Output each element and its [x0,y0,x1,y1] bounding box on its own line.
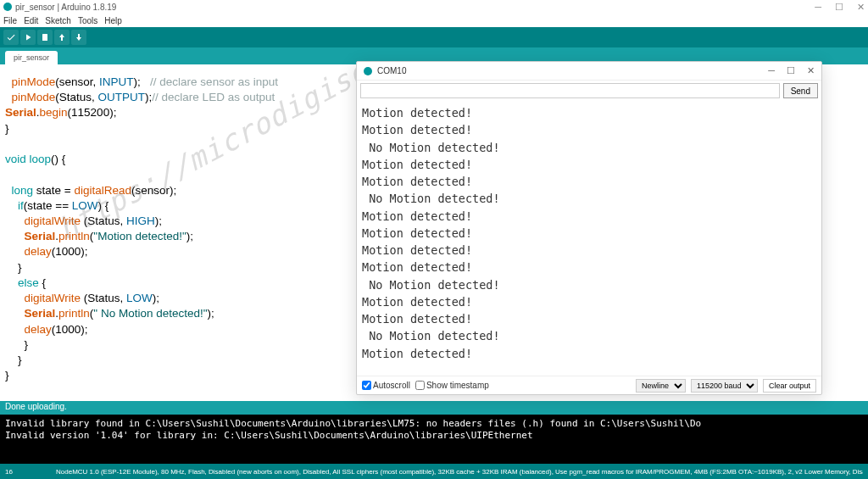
window-title: pir_sensor | Arduino 1.8.19 [15,3,815,12]
tab-label: pir_sensor [14,53,49,62]
serial-app-icon [364,67,372,75]
new-button[interactable] [37,30,53,45]
serial-close-icon[interactable]: ✕ [807,65,815,76]
serial-title: COM10 [377,66,768,75]
window-titlebar: pir_sensor | Arduino 1.8.19 ─ ☐ ✕ [0,0,868,14]
minimize-icon[interactable]: ─ [815,2,821,13]
open-button[interactable] [54,30,70,45]
autoscroll-text: Autoscroll [373,381,410,390]
menu-file[interactable]: File [2,16,19,25]
sketch-tab[interactable]: pir_sensor [5,51,58,64]
board-info: NodeMCU 1.0 (ESP-12E Module), 80 MHz, Fl… [56,468,863,476]
timestamp-checkbox[interactable] [415,381,425,390]
line-number: 16 [5,468,56,476]
save-button[interactable] [71,30,86,45]
serial-send-button[interactable]: Send [783,83,818,98]
arrow-right-icon [23,32,33,42]
file-icon [40,32,50,42]
toolbar [0,27,868,47]
baud-select[interactable]: 115200 baud [691,379,758,393]
arrow-down-icon [74,32,84,42]
menu-help[interactable]: Help [103,16,124,25]
timestamp-text: Show timestamp [426,381,489,390]
autoscroll-checkbox-label[interactable]: Autoscroll [362,381,410,390]
menu-tools[interactable]: Tools [76,16,99,25]
menu-bar: File Edit Sketch Tools Help [0,14,868,27]
serial-output[interactable]: Motion detected! Motion detected! No Mot… [357,101,821,376]
verify-button[interactable] [3,30,19,45]
close-icon[interactable]: ✕ [857,2,865,13]
output-console[interactable]: Invalid library found in C:\Users\Sushil… [0,415,868,464]
serial-minimize-icon[interactable]: ─ [768,65,775,76]
clear-output-button[interactable]: Clear output [763,379,816,393]
check-icon [6,32,16,42]
menu-sketch[interactable]: Sketch [43,16,73,25]
menu-edit[interactable]: Edit [22,16,40,25]
svg-rect-0 [42,34,47,41]
timestamp-checkbox-label[interactable]: Show timestamp [415,381,489,390]
serial-input-row: Send [357,81,821,101]
serial-maximize-icon[interactable]: ☐ [787,65,795,76]
serial-titlebar: COM10 ─ ☐ ✕ [357,62,821,81]
line-ending-select[interactable]: Newline [636,379,686,393]
upload-button[interactable] [20,30,36,45]
maximize-icon[interactable]: ☐ [835,2,843,13]
footer-bar: 16 NodeMCU 1.0 (ESP-12E Module), 80 MHz,… [0,464,868,479]
serial-footer: Autoscroll Show timestamp Newline 115200… [357,376,821,394]
autoscroll-checkbox[interactable] [362,381,371,390]
status-bar: Done uploading. [0,401,868,415]
arrow-up-icon [57,32,67,42]
serial-input[interactable] [360,83,780,98]
arduino-app-icon [3,3,12,11]
status-text: Done uploading. [5,402,67,411]
serial-monitor-window: COM10 ─ ☐ ✕ Send Motion detected! Motion… [356,61,822,395]
